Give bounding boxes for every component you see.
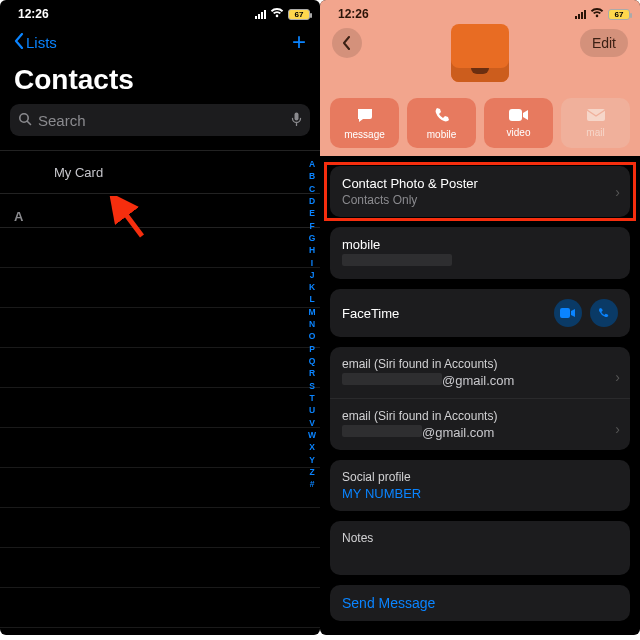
facetime-video-button[interactable] <box>554 299 582 327</box>
cellular-icon <box>255 9 266 19</box>
alpha-index-letter[interactable]: J <box>310 269 315 281</box>
alpha-index-letter[interactable]: U <box>309 404 315 416</box>
contact-detail-screen: 12:26 67 Edit message mobile <box>320 0 640 635</box>
redacted-phone <box>342 254 452 266</box>
contact-header: 12:26 67 Edit message mobile <box>320 0 640 156</box>
video-action[interactable]: video <box>484 98 553 148</box>
chevron-left-icon <box>14 33 24 52</box>
cellular-icon <box>575 9 586 19</box>
alpha-index-letter[interactable]: X <box>309 441 315 453</box>
alpha-index-letter[interactable]: # <box>310 478 315 490</box>
quick-actions: message mobile video mail <box>330 98 630 148</box>
alpha-index-letter[interactable]: N <box>309 318 315 330</box>
mobile-action[interactable]: mobile <box>407 98 476 148</box>
alpha-index-letter[interactable]: P <box>309 343 315 355</box>
alpha-index-letter[interactable]: H <box>309 244 315 256</box>
action-label: mobile <box>427 129 456 140</box>
email-domain: @gmail.com <box>422 425 494 440</box>
redacted-email-user <box>342 373 442 385</box>
alpha-index-letter[interactable]: S <box>309 380 315 392</box>
alpha-index-letter[interactable]: W <box>308 429 316 441</box>
facetime-card: FaceTime <box>330 289 630 337</box>
mail-icon <box>587 108 605 124</box>
alpha-index-scrollbar[interactable]: ABCDEFGHIJKLMNOPQRSTUVWXYZ# <box>306 158 318 490</box>
battery-icon: 67 <box>608 9 630 20</box>
social-value: MY NUMBER <box>342 486 618 501</box>
message-action[interactable]: message <box>330 98 399 148</box>
field-label: email (Siri found in Accounts) <box>342 357 618 371</box>
action-label: message <box>344 129 385 140</box>
wifi-icon <box>590 7 604 21</box>
edit-button[interactable]: Edit <box>580 29 628 57</box>
my-card-row[interactable]: My Card <box>0 150 320 194</box>
status-right: 67 <box>255 7 310 21</box>
edit-label: Edit <box>592 35 616 51</box>
email-domain: @gmail.com <box>442 373 514 388</box>
email-row[interactable]: email (Siri found in Accounts) @gmail.co… <box>330 398 630 450</box>
search-field[interactable]: Search <box>10 104 310 136</box>
status-time: 12:26 <box>18 7 49 21</box>
add-contact-button[interactable]: + <box>292 30 306 54</box>
alpha-index-letter[interactable]: R <box>309 367 315 379</box>
dictation-icon[interactable] <box>291 112 302 129</box>
facetime-audio-button[interactable] <box>590 299 618 327</box>
chevron-right-icon: › <box>615 369 620 385</box>
field-label: FaceTime <box>342 306 399 321</box>
alpha-index-letter[interactable]: K <box>309 281 315 293</box>
alpha-index-letter[interactable]: O <box>309 330 316 342</box>
alpha-index-letter[interactable]: Q <box>309 355 316 367</box>
svg-rect-2 <box>509 109 522 121</box>
search-placeholder: Search <box>38 112 291 129</box>
search-icon <box>18 112 32 129</box>
my-card-label: My Card <box>54 165 103 180</box>
phone-icon <box>434 107 450 126</box>
contact-photo[interactable] <box>451 24 509 82</box>
alpha-index-letter[interactable]: Z <box>309 466 314 478</box>
contact-body: Contact Photo & Poster Contacts Only › m… <box>320 156 640 631</box>
contacts-list-screen: 12:26 67 Lists + Contacts Search My Card <box>0 0 320 635</box>
alpha-index-letter[interactable]: F <box>309 220 314 232</box>
alpha-index-letter[interactable]: B <box>309 170 315 182</box>
email-row[interactable]: email (Siri found in Accounts) @gmail.co… <box>330 347 630 398</box>
alpha-index-letter[interactable]: E <box>309 207 315 219</box>
svg-rect-3 <box>587 109 605 121</box>
alpha-index-letter[interactable]: C <box>309 183 315 195</box>
alpha-index-letter[interactable]: G <box>309 232 316 244</box>
field-label: mobile <box>342 237 618 252</box>
social-profile-card[interactable]: Social profile MY NUMBER <box>330 460 630 511</box>
page-title: Contacts <box>0 60 320 104</box>
back-label: Lists <box>26 34 57 51</box>
back-button[interactable] <box>332 28 362 58</box>
alpha-index-letter[interactable]: T <box>309 392 314 404</box>
status-time: 12:26 <box>338 7 369 21</box>
svg-rect-4 <box>560 308 570 318</box>
alpha-index-letter[interactable]: I <box>311 257 313 269</box>
mobile-card[interactable]: mobile <box>330 227 630 279</box>
svg-rect-1 <box>295 112 299 120</box>
back-to-lists-button[interactable]: Lists <box>14 33 57 52</box>
row-title: Contact Photo & Poster <box>342 176 618 191</box>
status-bar: 12:26 67 <box>320 0 640 24</box>
alpha-index-letter[interactable]: L <box>309 293 314 305</box>
contact-rows-placeholder <box>0 228 320 628</box>
status-right: 67 <box>575 7 630 21</box>
redacted-email-user <box>342 425 422 437</box>
notes-card[interactable]: Notes <box>330 521 630 575</box>
emails-card: email (Siri found in Accounts) @gmail.co… <box>330 347 630 450</box>
alpha-index-letter[interactable]: A <box>309 158 315 170</box>
contact-photo-poster-row[interactable]: Contact Photo & Poster Contacts Only › <box>330 166 630 217</box>
status-bar: 12:26 67 <box>0 0 320 24</box>
mail-action: mail <box>561 98 630 148</box>
field-label: Notes <box>342 531 618 545</box>
action-label: video <box>507 127 531 138</box>
video-icon <box>509 108 529 124</box>
send-message-label: Send Message <box>342 595 435 611</box>
alpha-index-letter[interactable]: D <box>309 195 315 207</box>
wifi-icon <box>270 7 284 21</box>
send-message-row[interactable]: Send Message <box>330 585 630 621</box>
action-label: mail <box>586 127 604 138</box>
alpha-index-letter[interactable]: V <box>309 417 315 429</box>
alpha-index-letter[interactable]: Y <box>309 454 315 466</box>
alpha-index-letter[interactable]: M <box>308 306 315 318</box>
message-icon <box>356 107 374 126</box>
